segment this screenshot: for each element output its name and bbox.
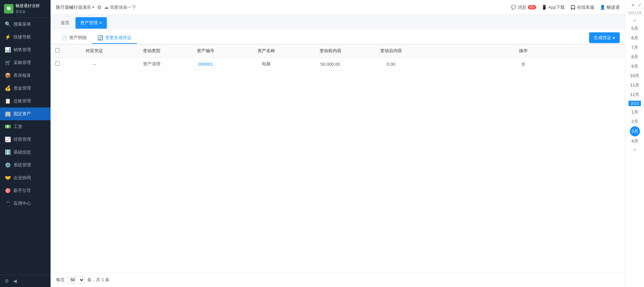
- cell-action: 🗑: [421, 58, 625, 71]
- search-icon: 🔍: [5, 21, 11, 27]
- sidebar-bottom: ⚙ ◀: [0, 275, 51, 287]
- nav-tabs: 首页资产管理✕: [51, 15, 625, 29]
- quick-nav-icon: ⚡: [5, 34, 11, 40]
- panel-month-5月[interactable]: 5月: [625, 24, 644, 33]
- col-header-name: 资产名称: [233, 44, 300, 58]
- sidebar: 畅 畅捷通好业财 普及版 🔍搜索菜单⚡快捷导航📊销售管理🛒采购管理📦库存核算💰资…: [0, 0, 51, 287]
- cell-voucher: --: [64, 58, 125, 71]
- message-badge: 99+: [528, 5, 536, 9]
- panel-expand-icon[interactable]: ⤢: [637, 2, 642, 8]
- panel-month-2023-3月[interactable]: 3月: [630, 126, 640, 136]
- topbar: 医疗器械行业演示 ▾ ⚙ ☁ 我要体验一下 💬 消息 99+ 📱 App下载: [51, 0, 625, 15]
- sidebar-item-operations[interactable]: 📈经营管理: [0, 133, 51, 146]
- guide-icon: 🎯: [5, 188, 11, 194]
- user-icon: 👤: [600, 5, 605, 10]
- dropdown-arrow-icon: ▾: [613, 35, 615, 40]
- panel-month-6月[interactable]: 6月: [625, 33, 644, 43]
- collapse-icon[interactable]: ◀: [13, 278, 17, 284]
- data-table: 对应凭证 变动类型 资产编号 资产名称 变动前内容 变动后内容 操作 -- 资产…: [51, 44, 625, 71]
- main-area: 医疗器械行业演示 ▾ ⚙ ☁ 我要体验一下 💬 消息 99+ 📱 App下载: [51, 0, 625, 287]
- app-name: 畅捷通好业财: [16, 3, 40, 9]
- message-btn[interactable]: 💬 消息 99+: [511, 4, 536, 10]
- pagination: 每页 102050100 条，共 1 条: [51, 273, 625, 287]
- sales-icon: 📊: [5, 47, 11, 53]
- inventory-icon: 📦: [5, 72, 11, 78]
- sidebar-item-enterprise[interactable]: 🤝企业协同: [0, 171, 51, 184]
- feedback-btn[interactable]: ☁ 我要体验一下: [104, 4, 136, 10]
- service-icon: 🎧: [570, 5, 576, 10]
- sidebar-item-inventory[interactable]: 📦库存核算: [0, 69, 51, 82]
- operations-icon: 📈: [5, 136, 11, 142]
- sidebar-item-quick-nav[interactable]: ⚡快捷导航: [0, 31, 51, 43]
- panel-month-9月[interactable]: 9月: [625, 62, 644, 71]
- table-row: -- 资产清理 000001 电脑 50,000.00 0.00 🗑: [51, 58, 625, 71]
- cell-after: 0.00: [361, 58, 421, 71]
- sidebar-item-funds[interactable]: 💰资金管理: [0, 82, 51, 95]
- nav-tab-首页[interactable]: 首页: [56, 17, 74, 29]
- sidebar-item-guide[interactable]: 🎯新手引导: [0, 184, 51, 197]
- sidebar-item-purchase[interactable]: 🛒采购管理: [0, 56, 51, 69]
- tab-close-icon[interactable]: ✕: [99, 21, 102, 25]
- purchase-icon: 🛒: [5, 60, 11, 66]
- sidebar-item-system[interactable]: ⚙️系统管理: [0, 159, 51, 171]
- nav-tab-资产管理[interactable]: 资产管理✕: [75, 17, 107, 29]
- topbar-settings-icon[interactable]: ⚙: [97, 4, 101, 10]
- sidebar-item-payroll[interactable]: 💵工资: [0, 120, 51, 133]
- inner-tab-资产明细[interactable]: 📄资产明细: [56, 32, 92, 44]
- enterprise-icon: 🤝: [5, 175, 11, 181]
- panel-month-2023-2月[interactable]: 2月: [625, 117, 644, 126]
- app-version: 普及版: [16, 9, 40, 14]
- sidebar-item-base-info[interactable]: ℹ️基础信息: [0, 146, 51, 159]
- panel-close-icon[interactable]: ✕: [631, 2, 636, 8]
- col-header-before: 变动前内容: [300, 44, 361, 58]
- panel-year-top: 2023.03: [625, 9, 644, 16]
- panel-month-8月[interactable]: 8月: [625, 52, 644, 62]
- per-page-select[interactable]: 102050100: [67, 276, 85, 284]
- col-header-voucher: 对应凭证: [64, 44, 125, 58]
- funds-icon: 💰: [5, 85, 11, 91]
- delete-icon[interactable]: 🗑: [521, 61, 526, 67]
- settings-icon[interactable]: ⚙: [5, 278, 9, 284]
- sidebar-item-ledger[interactable]: 📋总账管理: [0, 95, 51, 107]
- user-btn[interactable]: 👤 畅捷通: [600, 4, 620, 10]
- panel-month-10月[interactable]: 10月: [625, 71, 644, 81]
- per-page-label: 每页: [56, 277, 65, 283]
- panel-months-before: 5月6月7月8月9月10月11月12月: [625, 24, 644, 99]
- data-table-wrapper: 对应凭证 变动类型 资产编号 资产名称 变动前内容 变动后内容 操作 -- 资产…: [51, 44, 625, 273]
- sidebar-item-app-center[interactable]: 📱应用中心: [0, 197, 51, 210]
- year-2023-badge[interactable]: 2023: [628, 101, 641, 106]
- total-label: 条，共 1 条: [87, 277, 110, 283]
- download-icon: 📱: [542, 5, 547, 10]
- company-dropdown-icon[interactable]: ▾: [92, 5, 94, 9]
- cell-code: 000001: [179, 58, 233, 71]
- sidebar-item-fixed-assets[interactable]: 🏢固定资产: [0, 107, 51, 120]
- panel-month-11月[interactable]: 11月: [625, 81, 644, 90]
- panel-month-7月[interactable]: 7月: [625, 43, 644, 52]
- row-checkbox[interactable]: [55, 61, 60, 66]
- sidebar-item-sales[interactable]: 📊销售管理: [0, 43, 51, 56]
- panel-nav-up[interactable]: ▲: [633, 16, 637, 24]
- select-all-checkbox[interactable]: [55, 48, 60, 53]
- panel-nav-down[interactable]: ▼: [633, 146, 637, 154]
- cell-before: 50,000.00: [300, 58, 361, 71]
- col-header-after: 变动后内容: [361, 44, 421, 58]
- inner-tab-icon: 🔄: [97, 35, 103, 40]
- online-service-btn[interactable]: 🎧 在线客服: [570, 4, 594, 10]
- generate-voucher-btn[interactable]: 生成凭证 ▾: [589, 32, 620, 43]
- panel-month-2023-1月[interactable]: 1月: [625, 107, 644, 117]
- inner-tab-变更生成凭证[interactable]: 🔄变更生成凭证: [92, 32, 137, 44]
- app-center-icon: 📱: [5, 200, 11, 206]
- sidebar-nav: 🔍搜索菜单⚡快捷导航📊销售管理🛒采购管理📦库存核算💰资金管理📋总账管理🏢固定资产…: [0, 18, 51, 275]
- cloud-icon: ☁: [104, 5, 109, 10]
- col-header-action: 操作: [421, 44, 625, 58]
- sidebar-logo: 畅 畅捷通好业财 普及版: [0, 0, 51, 18]
- app-download-btn[interactable]: 📱 App下载: [542, 4, 565, 10]
- panel-month-2023-4月[interactable]: 4月: [625, 136, 644, 146]
- panel-month-12月[interactable]: 12月: [625, 90, 644, 99]
- sidebar-item-search[interactable]: 🔍搜索菜单: [0, 18, 51, 31]
- company-name[interactable]: 医疗器械行业演示 ▾: [56, 4, 94, 10]
- system-icon: ⚙️: [5, 162, 11, 168]
- ledger-icon: 📋: [5, 98, 11, 104]
- inner-tabs: 📄资产明细🔄变更生成凭证: [51, 29, 625, 44]
- panel-months-2023: 1月2月3月4月: [625, 107, 644, 146]
